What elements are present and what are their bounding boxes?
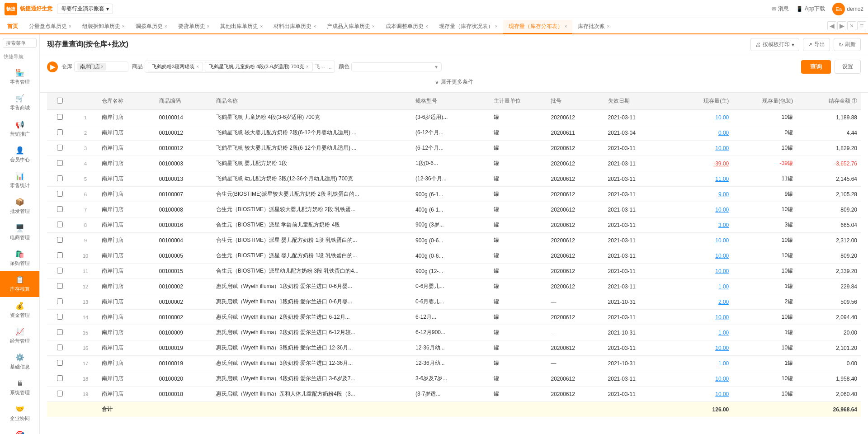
row-checkbox[interactable] (57, 314, 63, 320)
row-qty-main[interactable]: 10.00 (668, 264, 732, 279)
row-checkbox[interactable] (57, 160, 63, 166)
sidebar-item-operations[interactable]: 📈 经营管理 (0, 323, 39, 349)
filter-expand-btn[interactable]: ▶ (47, 61, 58, 72)
row-checkbox[interactable] (57, 129, 63, 135)
row-checkbox[interactable] (57, 283, 63, 289)
user-profile[interactable]: Ea demo2 (832, 3, 863, 15)
setting-button[interactable]: 设置 (835, 60, 861, 74)
tab-requisition[interactable]: 要货单历史 × (173, 20, 215, 34)
row-checkbox[interactable] (57, 206, 63, 212)
close-icon[interactable]: × (122, 24, 125, 29)
tab-picking[interactable]: 调拨单历史 × (130, 20, 173, 34)
sidebar-item-retail-stats[interactable]: 📊 零售统计 (0, 167, 39, 193)
row-qty-main[interactable]: 10.00 (668, 387, 732, 402)
color-filter-input[interactable]: ▾ (351, 62, 442, 71)
tab-home[interactable]: 首页 (2, 20, 24, 34)
sidebar-item-retail-mall[interactable]: 🛒 零售商城 (0, 90, 39, 115)
row-qty-main[interactable]: 10.00 (668, 202, 732, 217)
row-qty-main[interactable]: 10.00 (668, 310, 732, 325)
sidebar-search-input[interactable] (3, 38, 37, 48)
product-tag-1-close[interactable]: × (196, 64, 199, 69)
row-qty-main[interactable]: -39.00 (668, 156, 732, 171)
close-icon[interactable]: × (69, 24, 71, 29)
select-all-checkbox[interactable] (57, 98, 63, 104)
tab-material-out[interactable]: 材料出库单历史 × (268, 20, 321, 34)
sidebar-item-retail[interactable]: 🏪 零售管理 (0, 64, 39, 90)
tab-prev-arrow[interactable]: ◀ (827, 21, 836, 30)
row-checkbox[interactable] (57, 375, 63, 381)
sidebar-item-basic[interactable]: ⚙️ 基础信息 (0, 349, 39, 374)
row-qty-main[interactable]: 9.00 (668, 187, 732, 202)
row-checkbox[interactable] (57, 191, 63, 197)
row-checkbox[interactable] (57, 145, 63, 151)
sidebar-item-marketing[interactable]: 📢 营销推广 (0, 116, 39, 142)
message-btn[interactable]: ✉ 消息 (772, 5, 789, 13)
row-qty-main[interactable]: 1.00 (668, 279, 732, 294)
tab-stock-dist[interactable]: 现存量（库存分布表） × (503, 20, 573, 34)
tab-warehouse-batch[interactable]: 库存批次账 × (572, 20, 615, 34)
sidebar-item-member[interactable]: 👤 会员中心 (0, 142, 39, 167)
warehouse-tag-close[interactable]: × (101, 64, 104, 69)
close-icon[interactable]: × (607, 24, 609, 29)
row-checkbox[interactable] (57, 344, 63, 350)
search-button[interactable]: 查询 (801, 60, 831, 74)
row-qty-main[interactable]: 0.00 (668, 125, 732, 141)
sidebar-item-inventory[interactable]: 📋 库存核算 (0, 271, 39, 297)
product-tag-container[interactable]: 飞鹤奶粉3段两罐装 × 飞鹤星飞帆 儿童奶粉 4段(3-6岁适用) 700克 ×… (145, 61, 335, 73)
row-checkbox[interactable] (57, 252, 63, 258)
row-qty-main[interactable]: 10.00 (668, 371, 732, 387)
export-button[interactable]: ↗ 导出 (803, 38, 830, 51)
row-qty-pack: 9罐 (732, 187, 797, 202)
sidebar-item-ecommerce[interactable]: 🖥️ 电商管理 (0, 219, 39, 245)
sidebar-item-wholesale[interactable]: 📦 批发管理 (0, 193, 39, 219)
sidebar-item-guide[interactable]: 🎯 新手引导 (0, 426, 39, 434)
close-icon[interactable]: × (425, 24, 428, 29)
close-icon[interactable]: × (495, 24, 498, 29)
close-icon[interactable]: × (260, 24, 263, 29)
tab-menu-icon[interactable]: ≡ (857, 21, 866, 30)
close-icon[interactable]: × (165, 24, 167, 29)
row-qty-main[interactable]: 10.00 (668, 340, 732, 356)
tab-product-in[interactable]: 产成品入库单历史 × (321, 20, 380, 34)
tab-close-all[interactable]: × (847, 21, 856, 30)
row-qty-main[interactable]: 10.00 (668, 248, 732, 264)
row-qty-main[interactable]: 1.00 (668, 356, 732, 371)
row-checkbox[interactable] (57, 298, 63, 304)
close-icon[interactable]: × (313, 24, 316, 29)
tab-cost-adjust[interactable]: 成本调整单历史 × (380, 20, 434, 34)
warehouse-tag-container[interactable]: 南岸门店 × (74, 61, 128, 72)
close-icon[interactable]: × (565, 24, 567, 29)
expand-more-btn[interactable]: ∨ 展开更多条件 (47, 76, 861, 88)
app-download-btn[interactable]: 📱 App下载 (796, 5, 825, 13)
row-qty-main[interactable]: 2.00 (668, 294, 732, 310)
workspace-select[interactable]: 母婴行业演示账套 ▾ (57, 4, 113, 14)
row-checkbox[interactable] (57, 175, 63, 181)
row-qty-main[interactable]: 11.00 (668, 171, 732, 187)
sidebar-item-enterprise[interactable]: 🤝 企业协同 (0, 400, 39, 426)
refresh-button[interactable]: ↻ 刷新 (834, 38, 861, 51)
tab-other-out[interactable]: 其他出库单历史 × (215, 20, 268, 34)
row-checkbox[interactable] (57, 391, 63, 396)
row-qty-main[interactable]: 1.00 (668, 325, 732, 340)
template-print-button[interactable]: 🖨 按模板打印 ▾ (750, 38, 799, 51)
row-checkbox[interactable] (57, 360, 63, 366)
tab-next-arrow[interactable]: ▶ (837, 21, 846, 30)
tab-stock-status[interactable]: 现存量（库存状况表） × (434, 20, 503, 34)
sidebar-item-purchase[interactable]: 🛍️ 采购管理 (0, 245, 39, 271)
row-checkbox[interactable] (57, 329, 63, 335)
row-qty-main[interactable]: 10.00 (668, 233, 732, 248)
row-qty-main[interactable]: 10.00 (668, 110, 732, 125)
tab-split-count[interactable]: 分量盘点单历史 × (24, 20, 77, 34)
row-qty-main[interactable]: 3.00 (668, 217, 732, 233)
row-checkbox[interactable] (57, 237, 63, 243)
row-qty-main[interactable]: 10.00 (668, 141, 732, 156)
tab-disassemble[interactable]: 组装拆卸单历史 × (77, 20, 130, 34)
sidebar-item-finance[interactable]: 💰 资金管理 (0, 297, 39, 323)
sidebar-item-system[interactable]: 🖥 系统管理 (0, 375, 39, 400)
row-checkbox[interactable] (57, 222, 63, 227)
row-checkbox[interactable] (57, 268, 63, 274)
close-icon[interactable]: × (372, 24, 375, 29)
close-icon[interactable]: × (207, 24, 210, 29)
row-checkbox[interactable] (57, 114, 63, 120)
product-tag-2-close[interactable]: × (306, 64, 309, 69)
